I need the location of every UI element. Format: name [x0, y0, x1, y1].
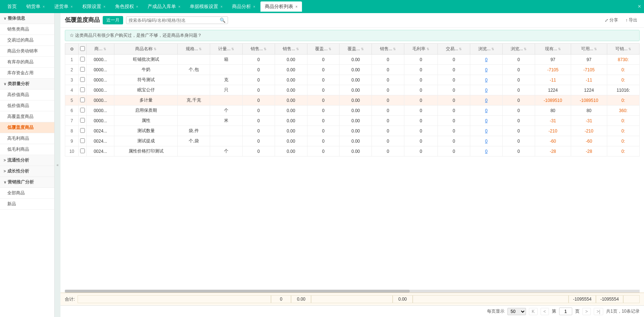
row-select-checkbox[interactable] — [80, 138, 85, 143]
tab-goods-analysis[interactable]: 商品分析 × — [228, 1, 260, 12]
col-stock1[interactable]: 现有... — [535, 44, 571, 55]
sidebar-item-high-value[interactable]: 高价值商品 — [0, 90, 54, 100]
close-icon[interactable]: × — [220, 5, 223, 9]
col-stock2[interactable]: 可用... — [571, 44, 607, 55]
row-checkbox[interactable] — [79, 136, 87, 146]
row-browse1[interactable]: 0 — [470, 95, 503, 106]
close-icon[interactable]: × — [43, 5, 45, 9]
row-select-checkbox[interactable] — [80, 98, 85, 102]
row-checkbox[interactable] — [79, 75, 87, 85]
row-browse1[interactable]: 0 — [470, 85, 503, 95]
sidebar-collapse-button[interactable]: « — [55, 13, 60, 317]
tab-sales[interactable]: 销货单 × — [22, 1, 49, 12]
data-table-container[interactable]: ⚙ 商... 商品名称 规格... 计量... 销售... 销售... 覆盖..… — [60, 43, 644, 290]
sidebar-item-traded-goods[interactable]: 交易过的商品 — [0, 35, 54, 46]
last-page-button[interactable]: >| — [594, 308, 603, 315]
close-icon[interactable]: × — [71, 5, 73, 9]
row-select-checkbox[interactable] — [80, 57, 85, 62]
tab-permissions[interactable]: 权限设置 × — [78, 1, 110, 12]
close-icon[interactable]: × — [136, 5, 138, 9]
share-button[interactable]: ⤢ 分享 — [602, 16, 620, 24]
row-select-checkbox[interactable] — [80, 108, 85, 112]
row-checkbox[interactable] — [79, 116, 87, 126]
horizontal-scrollbar[interactable] — [65, 290, 640, 293]
row-checkbox[interactable] — [79, 126, 87, 136]
col-gross[interactable]: 毛利率 — [404, 44, 438, 55]
row-select-checkbox[interactable] — [80, 118, 85, 123]
row-select-checkbox[interactable] — [80, 77, 85, 82]
sidebar-section-marketing[interactable]: ∨ 营销推广分析 — [0, 177, 54, 188]
tab-goods-analysis-list[interactable]: 商品分析列表 × — [260, 1, 302, 12]
sidebar-item-high-coverage[interactable]: 高覆盖度商品 — [0, 111, 54, 122]
sidebar-item-stock-goods[interactable]: 有库存的商品 — [0, 57, 54, 68]
search-icon[interactable]: 🔍 — [220, 17, 225, 23]
col-sales2[interactable]: 销售... — [275, 44, 307, 55]
row-checkbox[interactable] — [79, 85, 87, 95]
page-size-select[interactable]: 50 20 100 — [507, 308, 526, 315]
sidebar-item-low-coverage[interactable]: 低覆盖度商品 — [0, 122, 54, 133]
sidebar-section-flow[interactable]: > 流通性分析 — [0, 155, 54, 166]
row-select-checkbox[interactable] — [80, 128, 85, 133]
sidebar-section-growth[interactable]: > 成长性分析 — [0, 166, 54, 177]
sidebar-item-high-profit[interactable]: 高毛利商品 — [0, 133, 54, 144]
tab-home[interactable]: 首页 — [3, 1, 21, 12]
row-cover1: 0 — [307, 116, 339, 126]
col-checkbox[interactable] — [79, 44, 87, 55]
sidebar-item-sales-goods[interactable]: 销售类商品 — [0, 24, 54, 35]
col-browse1[interactable]: 浏览... — [470, 44, 503, 55]
prev-page-button[interactable]: < — [541, 308, 549, 315]
row-browse1[interactable]: 0 — [470, 55, 503, 65]
tab-purchase[interactable]: 进货单 × — [50, 1, 77, 12]
sidebar-item-low-value[interactable]: 低价值商品 — [0, 100, 54, 111]
close-icon[interactable]: × — [253, 5, 255, 9]
col-cover2[interactable]: 覆盖... — [339, 44, 372, 55]
row-checkbox[interactable] — [79, 55, 87, 65]
col-name[interactable]: 商品名称 — [114, 44, 177, 55]
close-icon[interactable]: × — [295, 5, 298, 9]
row-select-checkbox[interactable] — [80, 67, 85, 72]
row-browse1[interactable]: 0 — [470, 75, 503, 85]
col-sales3[interactable]: 销售... — [372, 44, 404, 55]
tab-template[interactable]: 单据模板设置 × — [185, 1, 227, 12]
row-browse1[interactable]: 0 — [470, 126, 503, 136]
col-sales1[interactable]: 销售... — [242, 44, 275, 55]
row-checkbox[interactable] — [79, 146, 87, 156]
col-cover1[interactable]: 覆盖... — [307, 44, 339, 55]
col-trade[interactable]: 交易... — [438, 44, 470, 55]
sidebar-item-category-rate[interactable]: 商品分类动销率 — [0, 46, 54, 57]
row-browse1[interactable]: 0 — [470, 65, 503, 75]
sidebar-section-cluster[interactable]: ∨ 类群量分析 — [0, 79, 54, 90]
row-checkbox[interactable] — [79, 106, 87, 116]
col-unit[interactable]: 计量... — [210, 44, 243, 55]
sidebar-item-low-profit[interactable]: 低毛利商品 — [0, 144, 54, 155]
close-icon[interactable]: × — [178, 5, 180, 9]
col-settings[interactable]: ⚙ — [65, 44, 79, 55]
sidebar-item-all-goods[interactable]: 全部商品 — [0, 188, 54, 199]
row-browse1[interactable]: 0 — [470, 106, 503, 116]
export-button[interactable]: ↑ 导出 — [623, 16, 640, 24]
row-select-checkbox[interactable] — [80, 87, 85, 92]
col-browse2[interactable]: 浏览... — [502, 44, 535, 55]
sidebar-item-stock-capital[interactable]: 库存资金占用 — [0, 68, 54, 79]
row-browse1[interactable]: 0 — [470, 136, 503, 146]
search-input[interactable] — [129, 18, 220, 23]
col-stock3[interactable]: 可销... — [607, 44, 640, 55]
row-browse1[interactable]: 0 — [470, 146, 503, 156]
sidebar-item-new-goods[interactable]: 新品 — [0, 199, 54, 210]
tab-finished-goods[interactable]: 产成品入库单 × — [143, 1, 185, 12]
row-select-checkbox[interactable] — [80, 148, 85, 153]
tab-roles[interactable]: 角色授权 × — [111, 1, 143, 12]
sidebar-section-overall[interactable]: ∨ 整体信息 — [0, 13, 54, 24]
select-all-checkbox[interactable] — [80, 46, 85, 51]
row-checkbox[interactable] — [79, 65, 87, 75]
page-number-input[interactable] — [559, 308, 572, 315]
row-checkbox[interactable] — [79, 95, 87, 106]
col-code[interactable]: 商... — [87, 44, 114, 55]
date-filter-button[interactable]: 近一月 — [103, 16, 123, 24]
close-icon[interactable]: × — [103, 5, 106, 9]
first-page-button[interactable]: K — [529, 308, 538, 315]
col-spec[interactable]: 规格... — [178, 44, 210, 55]
next-page-button[interactable]: > — [582, 308, 591, 315]
row-browse1[interactable]: 0 — [470, 116, 503, 126]
window-close-button[interactable]: × — [638, 3, 641, 10]
